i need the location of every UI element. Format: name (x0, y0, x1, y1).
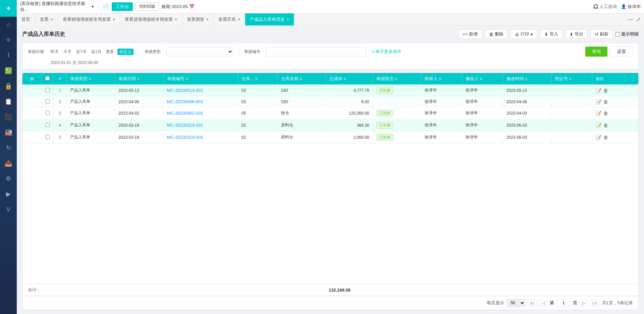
edit-icon-1[interactable]: 📝 (596, 99, 601, 105)
row-number-2[interactable]: MC-20230402-001 (163, 107, 238, 119)
company-selector[interactable]: (库存核算) 直播轻跑通信息技术股份... ▾ (20, 1, 94, 13)
tab-maximize-icon[interactable]: ⤢ (636, 16, 641, 22)
th-checkbox[interactable] (42, 73, 53, 84)
row-number-link-2[interactable]: MC-20230402-001 (167, 111, 203, 116)
today-shortcut[interactable]: 今天 (62, 49, 73, 55)
delete-icon-4[interactable]: 🗑 (603, 135, 608, 140)
row-checkbox-cell[interactable] (42, 84, 53, 97)
expand-more-btn[interactable]: ≡ 展开更多条件 (372, 49, 401, 55)
first-page-btn[interactable]: |◁ (528, 300, 537, 306)
th-warehouse-name[interactable]: 仓库名称⇅ (278, 73, 326, 84)
tab-invoice[interactable]: 发票 × (35, 13, 58, 25)
row-checkbox-4[interactable] (45, 135, 50, 139)
tab-minimize-icon[interactable]: — (628, 16, 633, 22)
th-voucher[interactable]: 凭证号⇅ (551, 73, 592, 84)
row-checkbox-cell[interactable] (42, 107, 53, 119)
sidebar-item-version[interactable]: V (0, 202, 17, 217)
import-button[interactable]: ⬇ 导入 (540, 29, 562, 39)
row-checkbox-0[interactable] (45, 88, 50, 92)
service-button[interactable]: 🎧 人工咨询 (593, 4, 617, 10)
page-number-input[interactable] (557, 299, 570, 307)
row-number-link-4[interactable]: MC-20230319-001 (167, 135, 203, 140)
sidebar-item-inventory[interactable]: ⬛ (0, 109, 17, 125)
row-checkbox-cell[interactable] (42, 97, 53, 107)
delete-icon-3[interactable]: 🗑 (603, 123, 608, 128)
user-menu[interactable]: 👤 徐泽华 (621, 4, 641, 10)
th-creator[interactable]: 制单人⇅ (421, 73, 462, 84)
number-filter-input[interactable] (266, 47, 366, 56)
calendar-icon[interactable]: 📅 (189, 4, 195, 9)
th-modifier[interactable]: 修改人⇅ (462, 73, 503, 84)
tab-invoice-calc-close[interactable]: × (206, 17, 209, 22)
edit-icon-2[interactable]: 📝 (596, 111, 601, 116)
th-status[interactable]: 单据状态⇅ (373, 73, 421, 84)
sidebar-item-home[interactable]: ⌂ (0, 17, 17, 32)
th-total-cost[interactable]: 总成本⇅ (326, 73, 373, 84)
row-number-0[interactable]: MC-20230513-001 (163, 84, 238, 97)
reset-button[interactable]: 设置 (610, 47, 633, 57)
export-button[interactable]: ⬆ 导出 (565, 29, 588, 39)
th-settings[interactable]: ⚙ (22, 73, 42, 84)
row-checkbox-cell[interactable] (42, 131, 53, 143)
sidebar-item-workflow[interactable]: ↻ (0, 140, 17, 155)
print-button[interactable]: 🖨 打印 ▾ (511, 29, 537, 39)
th-modify-time[interactable]: 修改时间⇅ (503, 73, 551, 84)
prev-page-btn[interactable]: ◁ (539, 300, 547, 306)
settings-icon[interactable]: ⚙ (30, 76, 34, 81)
tab-invoice-issue-close[interactable]: × (238, 17, 240, 22)
th-type[interactable]: 单据类型⇅ (67, 73, 115, 84)
tab-invoice-calc[interactable]: 发票测算 × (182, 13, 214, 25)
edit-icon-3[interactable]: 📝 (596, 123, 601, 128)
sidebar-item-settings[interactable]: ⚙ (0, 171, 17, 186)
tab-purchase-invoice[interactable]: 查看进项增值税专用发票 × (120, 13, 182, 25)
sidebar-item-export[interactable]: 📤 (0, 155, 17, 171)
tab-purchase-invoice-close[interactable]: × (175, 17, 177, 22)
custom-shortcut[interactable]: 自定义 (117, 49, 133, 55)
tab-invoice-close[interactable]: × (51, 17, 53, 22)
next-page-btn[interactable]: ▷ (580, 300, 588, 306)
sidebar-item-security[interactable]: 🔒 (0, 78, 17, 94)
page-size-select[interactable]: 50 20 100 (507, 299, 525, 307)
workbench-button[interactable]: 工作台 (112, 2, 133, 11)
row-number-1[interactable]: MC-20230406-001 (163, 97, 238, 107)
row-number-link-0[interactable]: MC-20230513-001 (167, 88, 203, 93)
row-checkbox-1[interactable] (45, 99, 50, 104)
tab-sales-invoice[interactable]: 查看销项增值税专用发票 × (58, 13, 120, 25)
tab-sales-invoice-close[interactable]: × (113, 17, 115, 22)
yesterday-shortcut[interactable]: 昨天 (49, 49, 60, 55)
last-page-btn[interactable]: ▷| (590, 300, 599, 306)
row-number-4[interactable]: MC-20230319-001 (163, 131, 238, 143)
tab-home[interactable]: 首页 (17, 13, 35, 25)
th-number[interactable]: 单据编号⇅ (163, 73, 238, 84)
document-icon[interactable]: 📄 (102, 3, 109, 10)
row-number-link-1[interactable]: MC-20230406-001 (167, 99, 203, 104)
row-number-link-3[interactable]: MC-20230319-002 (167, 123, 203, 128)
sidebar-item-manufacturing[interactable]: 🏭 (0, 125, 17, 140)
row-number-3[interactable]: MC-20230319-002 (163, 119, 238, 131)
type-filter-select[interactable] (166, 47, 233, 56)
new-button[interactable]: + + 新增 (458, 29, 482, 39)
tab-invoice-issue[interactable]: 发票开具 × (214, 13, 245, 25)
query-button[interactable]: 查询 (585, 47, 607, 57)
switch-version-button[interactable]: 切到旧版 (136, 2, 159, 11)
select-all-checkbox[interactable] (45, 76, 50, 80)
sidebar-item-analytics[interactable]: ⌇ (0, 48, 17, 63)
week-shortcut[interactable]: 近7天 (75, 49, 88, 55)
app-logo[interactable]: ✦ (0, 0, 17, 17)
delete-button[interactable]: 🗑 删除 (485, 29, 508, 39)
more-shortcut[interactable]: 更多 (105, 49, 115, 55)
row-checkbox-2[interactable] (45, 111, 50, 115)
show-detail-checkbox[interactable] (615, 32, 620, 37)
th-warehouse-code[interactable]: 仓库...⇅ (238, 73, 277, 84)
delete-icon-2[interactable]: 🗑 (603, 111, 608, 116)
show-detail-label[interactable]: 显示明细 (615, 31, 639, 37)
sidebar-item-menu[interactable]: ≡ (0, 32, 17, 48)
refresh-button[interactable]: ↺ 刷新 (590, 29, 613, 39)
sidebar-item-media[interactable]: ▶ (0, 186, 17, 202)
delete-icon-0[interactable]: 🗑 (603, 88, 608, 93)
month-shortcut[interactable]: 近1月 (90, 49, 103, 55)
sidebar-item-finance[interactable]: 💹 (0, 63, 17, 78)
edit-icon-0[interactable]: 📝 (596, 88, 601, 93)
sidebar-item-documents[interactable]: 📋 (0, 94, 17, 109)
row-checkbox-cell[interactable] (42, 119, 53, 131)
